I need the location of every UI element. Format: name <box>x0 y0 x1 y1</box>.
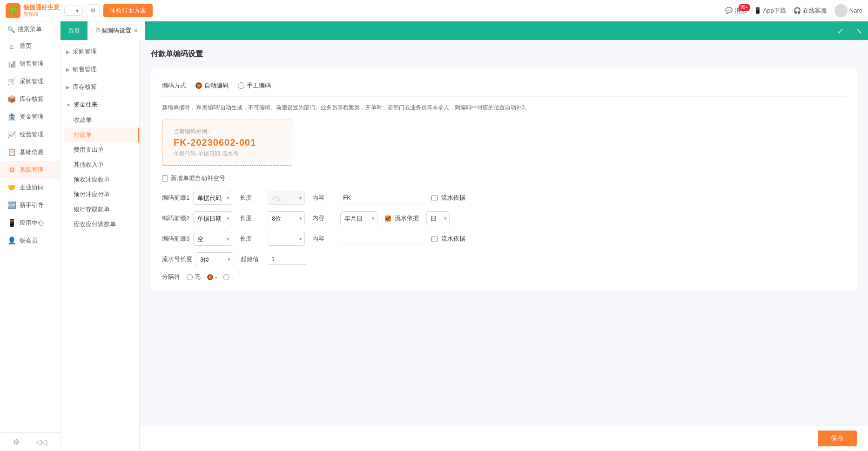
service-item[interactable]: 🎧 在线客服 <box>794 7 827 15</box>
sidebar-collapse-icon[interactable]: ◁◁ <box>36 438 47 446</box>
sep-dash-label[interactable]: - <box>207 274 217 281</box>
sub-item-payment[interactable]: 付款单 <box>64 128 139 142</box>
preview-value: FK-20230602-001 <box>174 137 281 148</box>
prefix2-cycle-select[interactable]: 日 月 年 <box>426 211 450 225</box>
start-value-input[interactable] <box>269 254 306 265</box>
tab-collapse-icon[interactable]: ⤡ <box>849 21 868 40</box>
prefix1-content-input[interactable] <box>340 192 424 203</box>
prefix3-stream-checkbox[interactable] <box>431 236 437 242</box>
sub-header-purchase[interactable]: ▶ 采购管理 <box>61 44 139 60</box>
sidebar-item-finance[interactable]: 🏦 资金管理 <box>0 108 60 126</box>
preview-desc: 单据代码-单据日期-流水号 <box>174 150 281 158</box>
sidebar-item-label-basic: 基础信息 <box>20 148 44 156</box>
sidebar-item-sales[interactable]: 📊 销售管理 <box>0 55 60 73</box>
sidebar-item-system[interactable]: ⚙ 系统管理 <box>0 161 60 179</box>
sep-none-text: 无 <box>195 273 201 281</box>
main-layout: 🔍 搜索菜单 ⌂ 首页 📊 销售管理 🛒 采购管理 📦 库存核算 🏦 资金管理 … <box>0 21 868 451</box>
auto-fill-row: 新增单据自动补空号 <box>162 174 846 182</box>
sidebar-item-purchase[interactable]: 🛒 采购管理 <box>0 73 60 90</box>
encoding-method-row: 编码方式 自动编码 手工编码 <box>162 77 846 97</box>
start-value-field: 起始值 <box>241 254 306 265</box>
sep-none-label[interactable]: 无 <box>187 273 201 281</box>
prefix3-select[interactable]: 空 单据代码 单据日期 <box>193 232 232 246</box>
prefix1-select[interactable]: 单据代码 单据日期 空 <box>193 191 232 205</box>
sep-dot-radio[interactable] <box>223 274 229 280</box>
top-bar-right: 💬 消息 99+ 📱 App下载 🎧 在线客服 Nare <box>725 4 862 17</box>
sidebar-item-guide[interactable]: 🆕 新手引导 <box>0 196 60 214</box>
sub-item-ar-ap-adjust[interactable]: 应收应付调整单 <box>64 217 139 232</box>
tab-close-icon[interactable]: × <box>134 27 137 34</box>
chevron-down-icon: ▾ <box>76 7 79 14</box>
prefix2-select[interactable]: 单据日期 单据代码 空 <box>193 211 232 225</box>
sub-item-bank-deposit[interactable]: 银行存取款单 <box>64 202 139 217</box>
prefix1-length-select[interactable]: 2位 <box>268 191 305 205</box>
tab-bar: 首页 单据编码设置 × ⤢ ⤡ <box>61 21 868 40</box>
prefix3-length-select[interactable] <box>268 232 305 246</box>
tab-current[interactable]: 单据编码设置 × <box>87 21 145 40</box>
sep-dash-text: - <box>215 274 217 281</box>
sep-none-radio[interactable] <box>187 274 193 280</box>
sidebar-item-label-sales: 销售管理 <box>20 60 44 68</box>
sidebar-item-label-system: 系统管理 <box>20 166 44 174</box>
sub-header-sales-label: 销售管理 <box>73 65 97 74</box>
sidebar-item-home[interactable]: ⌂ 首页 <box>0 37 60 55</box>
app-download-item[interactable]: 📱 App下载 <box>754 7 786 15</box>
sub-item-expense[interactable]: 费用支出单 <box>64 142 139 157</box>
logo-icon: 🍀 <box>6 3 20 18</box>
user-area[interactable]: Nare <box>834 4 862 17</box>
info-text: 新增单据时，'单据编码'自动生成，不可编辑。前缀设置为部门、业务员等档案类，开单… <box>162 103 846 112</box>
sidebar-item-member[interactable]: 👤 畅会员 <box>0 232 60 249</box>
prefix2-length-select[interactable]: 8位 4位 6位 <box>268 211 305 225</box>
main-panel: 付款单编码设置 编码方式 自动编码 手工编码 <box>140 40 868 425</box>
top-bar: 🍀 畅捷通好生意 旗舰版 — ▾ ⚙ 体验行业方案 💬 消息 99+ 📱 App… <box>0 0 868 21</box>
sidebar-settings-icon[interactable]: ⚙ <box>13 438 20 446</box>
sidebar-item-operation[interactable]: 📈 经营管理 <box>0 126 60 143</box>
sidebar-item-basic[interactable]: 📋 基础信息 <box>0 143 60 161</box>
sidebar-item-apps[interactable]: 📱 应用中心 <box>0 214 60 232</box>
settings-button[interactable]: ⚙ <box>87 4 100 17</box>
sidebar-item-enterprise[interactable]: 🤝 企业协同 <box>0 179 60 196</box>
tab-expand-icon[interactable]: ⤢ <box>831 21 849 40</box>
manual-radio-text: 手工编码 <box>247 81 271 90</box>
separator-row: 分隔符 无 - . <box>162 273 846 281</box>
search-menu-item[interactable]: 🔍 搜索菜单 <box>0 21 60 37</box>
experience-button[interactable]: 体验行业方案 <box>103 4 153 17</box>
sep-dash-radio[interactable] <box>207 274 213 280</box>
manual-radio-input[interactable] <box>238 82 244 89</box>
prefix3-length-label: 长度 <box>240 235 264 243</box>
prefix2-stream-checkbox[interactable] <box>385 215 391 222</box>
serial-length-select[interactable]: 3位 4位 5位 <box>196 252 233 266</box>
sep-dot-label[interactable]: . <box>223 274 233 281</box>
prefix2-content-select[interactable]: 年月日 年月 年 <box>340 211 377 225</box>
sub-header-inventory[interactable]: ▶ 库存核算 <box>61 79 139 95</box>
arrow-right-icon: ▶ <box>66 49 70 54</box>
auto-radio-label[interactable]: 自动编码 <box>195 81 229 90</box>
sub-header-capital[interactable]: ▼ 资金往来 <box>61 97 139 113</box>
prefix1-label: 编码前缀1 <box>162 194 189 202</box>
arrow-down-icon: ▼ <box>66 102 71 108</box>
sub-header-sales[interactable]: ▶ 销售管理 <box>61 61 139 77</box>
basic-icon: 📋 <box>7 148 16 156</box>
prefix1-stream-checkbox[interactable] <box>431 195 437 201</box>
sub-item-advance-payable[interactable]: 预付冲应付单 <box>64 187 139 202</box>
prefix2-row: 编码前缀2 单据日期 单据代码 空 长度 <box>162 211 846 225</box>
auto-radio-input[interactable] <box>195 82 202 89</box>
user-name: Nare <box>849 7 862 14</box>
manual-radio-label[interactable]: 手工编码 <box>238 81 271 90</box>
sub-item-receipt[interactable]: 收款单 <box>64 113 139 128</box>
prefix2-content-label: 内容 <box>312 214 336 222</box>
company-dropdown[interactable]: — ▾ <box>64 6 83 16</box>
sub-item-advance-receivable[interactable]: 预收冲应收单 <box>64 172 139 187</box>
prefix1-stream-label: 流水依据 <box>441 194 465 202</box>
prefix3-length-wrapper <box>268 232 305 246</box>
auto-fill-checkbox[interactable] <box>162 175 168 182</box>
prefix1-field: 编码前缀1 单据代码 单据日期 空 <box>162 191 232 205</box>
messages-item[interactable]: 💬 消息 99+ <box>725 7 747 15</box>
sub-item-other-income[interactable]: 其他收入单 <box>64 157 139 172</box>
prefix3-content-input[interactable] <box>340 233 424 244</box>
prefix2-label: 编码前缀2 <box>162 214 189 222</box>
tab-home[interactable]: 首页 <box>61 21 87 40</box>
save-button[interactable]: 保存 <box>818 431 857 446</box>
sidebar-item-inventory[interactable]: 📦 库存核算 <box>0 90 60 108</box>
prefix2-field: 编码前缀2 单据日期 单据代码 空 <box>162 211 232 225</box>
